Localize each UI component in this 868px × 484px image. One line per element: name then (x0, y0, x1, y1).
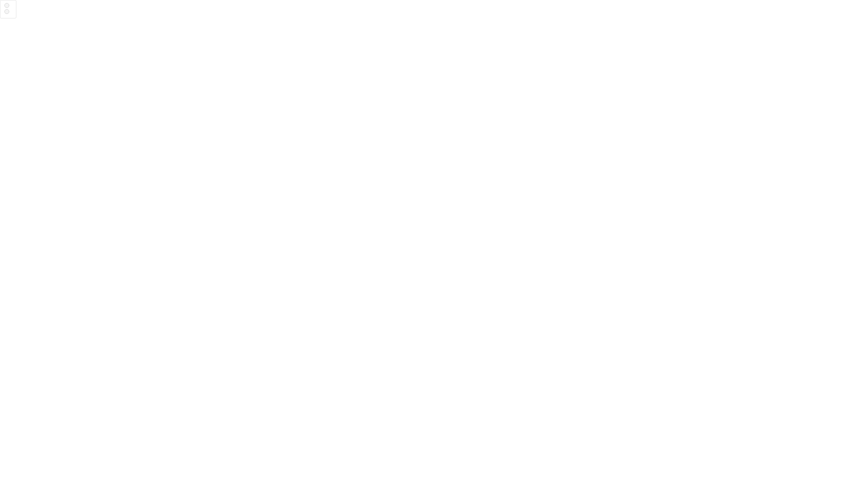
legend-item-1 (4, 3, 12, 8)
legend (0, 0, 16, 18)
legend-item-2 (4, 9, 12, 14)
legend-color-1 (4, 3, 9, 8)
legend-color-2 (4, 9, 9, 14)
